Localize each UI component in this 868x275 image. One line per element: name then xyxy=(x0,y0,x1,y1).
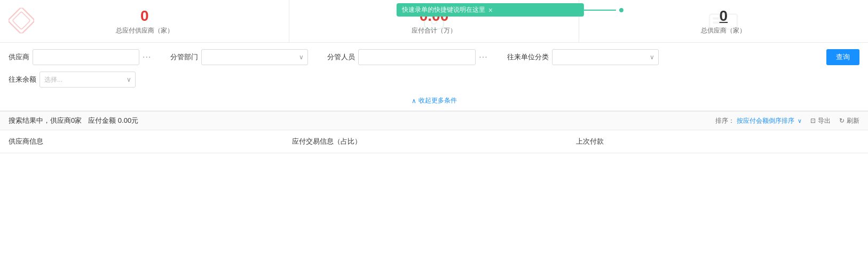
sort-value[interactable]: 按应付会额倒序排序 xyxy=(737,116,794,125)
collapse-label: 收起更多条件 xyxy=(419,96,457,105)
total-payable-suppliers-num: 0 xyxy=(140,7,149,25)
person-filter: 分管人员 ··· xyxy=(327,49,487,65)
tooltip-close-btn[interactable]: × xyxy=(488,6,493,14)
summary-card-2: 0.00 应付合计（万） 快速录单的快捷键说明在这里 × xyxy=(289,0,579,42)
filter-area: 供应商 ··· 分管部门 ∨ 分管人员 ··· 往来单位分类 xyxy=(0,43,868,111)
summary-bar: 0 总应付供应商（家） 0.00 应付合计（万） 快速录单的快捷键说明在这里 × xyxy=(0,0,868,43)
department-select-wrapper: ∨ xyxy=(201,49,308,65)
export-icon: ⊡ xyxy=(810,117,816,124)
query-button[interactable]: 查询 xyxy=(826,49,859,65)
table-body xyxy=(0,153,868,275)
result-text2: 应付金额 0.00元 xyxy=(88,116,138,125)
table-col-3: 上次付款 xyxy=(576,137,859,146)
total-payable-amount-label: 应付合计（万） xyxy=(412,26,456,35)
tooltip-dot xyxy=(618,7,625,13)
result-bar: 搜索结果中，供应商0家 应付金额 0.00元 排序： 按应付会额倒序排序 ∨ ⊡… xyxy=(0,111,868,130)
supplier-dots[interactable]: ··· xyxy=(143,52,151,62)
supplier-input[interactable] xyxy=(33,49,139,65)
total-suppliers-num: 0 xyxy=(720,7,728,25)
department-filter: 分管部门 ∨ xyxy=(170,49,308,65)
table-header: 供应商信息 应付交易信息（占比） 上次付款 xyxy=(0,130,868,153)
total-payable-suppliers-label: 总应付供应商（家） xyxy=(116,26,173,35)
collapse-row: ∧ 收起更多条件 xyxy=(9,94,859,111)
unit-label: 往来单位分类 xyxy=(507,52,549,62)
diamond-watermark-icon xyxy=(9,7,34,33)
person-input[interactable] xyxy=(358,49,476,65)
export-label: 导出 xyxy=(818,116,831,125)
unit-filter: 往来单位分类 ∨ xyxy=(507,49,659,65)
shortcut-tooltip: 快速录单的快捷键说明在这里 × xyxy=(397,3,584,17)
balance-label: 往来余额 xyxy=(9,75,36,84)
sort-label: 排序： xyxy=(715,116,735,125)
table-col-2: 应付交易信息（占比） xyxy=(292,137,575,146)
supplier-label: 供应商 xyxy=(9,52,29,62)
balance-filter: 往来余额 选择... ∨ xyxy=(9,72,136,88)
refresh-icon: ↻ xyxy=(839,117,845,124)
summary-card-1: 0 总应付供应商（家） xyxy=(0,0,289,42)
tooltip-text: 快速录单的快捷键说明在这里 xyxy=(402,5,485,14)
person-label: 分管人员 xyxy=(327,52,355,62)
department-select[interactable] xyxy=(201,49,308,65)
unit-select[interactable] xyxy=(552,49,659,65)
svg-rect-0 xyxy=(9,7,34,33)
filter-row-1: 供应商 ··· 分管部门 ∨ 分管人员 ··· 往来单位分类 xyxy=(9,49,859,65)
sort-chevron-icon: ∨ xyxy=(798,117,802,124)
table-col-1: 供应商信息 xyxy=(9,137,292,146)
total-suppliers-label: 总供应商（家） xyxy=(701,26,746,35)
balance-select[interactable]: 选择... xyxy=(40,72,136,88)
result-text1: 搜索结果中，供应商0家 xyxy=(9,116,82,125)
department-label: 分管部门 xyxy=(170,52,198,62)
person-dots[interactable]: ··· xyxy=(479,52,487,62)
refresh-label: 刷新 xyxy=(847,116,859,125)
tooltip-line xyxy=(585,10,616,11)
filter-row-2: 往来余额 选择... ∨ xyxy=(9,72,859,88)
summary-card-3: 0 总供应商（家） xyxy=(579,0,868,42)
supplier-filter: 供应商 ··· xyxy=(9,49,151,65)
balance-select-wrapper: 选择... ∨ xyxy=(40,72,136,88)
refresh-button[interactable]: ↻ 刷新 xyxy=(839,116,859,125)
collapse-button[interactable]: ∧ 收起更多条件 xyxy=(412,96,457,105)
export-button[interactable]: ⊡ 导出 xyxy=(810,116,831,125)
unit-select-wrapper: ∨ xyxy=(552,49,659,65)
collapse-up-icon: ∧ xyxy=(412,97,416,105)
table-area: 供应商信息 应付交易信息（占比） 上次付款 xyxy=(0,130,868,275)
